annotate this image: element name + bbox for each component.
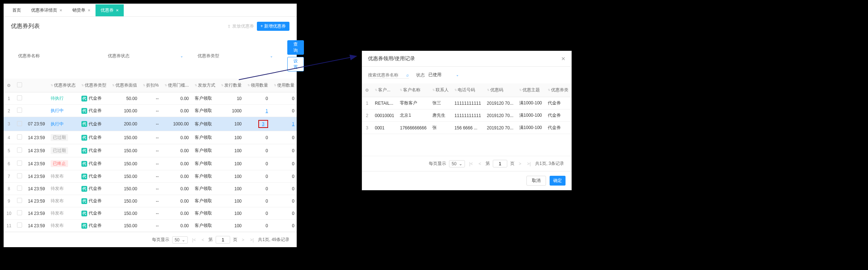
status-select[interactable]: ⌄ (132, 53, 183, 59)
close-icon[interactable]: ✕ (59, 8, 62, 12)
table-row[interactable]: 1 RETAIL... 零散客户 张三 11111111111 2019120 … (362, 97, 571, 109)
header-coupon-subject[interactable]: ⇅优惠主题 (516, 83, 545, 97)
voucher-icon: 代 (81, 186, 87, 192)
table-row[interactable]: 1 待执行 代代金券 50.00 -- 0.00 客户领取 10 0 0 ⇱ ⊞ (4, 92, 297, 105)
row-threshold: 0.00 (162, 105, 192, 117)
tab-sales-order[interactable]: 销货单 ✕ (67, 4, 96, 16)
row-checkbox[interactable] (14, 207, 25, 220)
table-row[interactable]: 11 14 23:59 待发布 代代金券 150.00 -- 0.00 客户领取… (4, 220, 297, 232)
row-checkbox[interactable] (14, 220, 25, 232)
table-row[interactable]: 5 14 23:59 已过期 代代金券 150.00 -- 0.00 客户领取 … (4, 144, 297, 157)
header-claim-qty[interactable]: ⇅领用数量 (245, 79, 271, 92)
header-phone[interactable]: ⇅电话号码 (452, 83, 484, 97)
row-discount: -- (140, 207, 162, 220)
header-face-value[interactable]: ⇅优惠券面值 (109, 79, 140, 92)
voucher-icon: 代 (81, 108, 87, 114)
first-page-button[interactable]: |< (468, 161, 474, 166)
header-use-qty[interactable]: ⇅使用数量 (271, 79, 297, 92)
header-discount[interactable]: ⇅折扣% (140, 79, 162, 92)
row-issue-qty: 100 (218, 220, 245, 232)
row-checkbox[interactable] (14, 131, 25, 144)
row-customer-code: RETAIL... (372, 97, 397, 109)
row-checkbox[interactable] (14, 170, 25, 183)
row-checkbox[interactable] (14, 105, 25, 117)
row-face-value: 200.00 (109, 117, 140, 131)
page-input[interactable] (493, 160, 507, 167)
table-row[interactable]: 10 14 23:59 待发布 代代金券 150.00 -- 0.00 客户领取… (4, 207, 297, 220)
tab-home[interactable]: 首页 (7, 4, 26, 16)
status-select[interactable]: 已使用 ⌄ (428, 71, 459, 79)
distribute-coupon-button[interactable]: ⇪ 发放优惠券 (227, 23, 254, 29)
sort-icon: ⇅ (165, 84, 167, 87)
table-row[interactable]: 8 14 23:59 待发布 代代金券 150.00 -- 0.00 客户领取 … (4, 183, 297, 195)
row-method: 客户领取 (192, 220, 218, 232)
confirm-button[interactable]: 确定 (550, 176, 566, 186)
search-input[interactable] (368, 72, 404, 78)
per-page-select[interactable]: 50 ⌄ (449, 160, 465, 167)
row-coupon-subject: 满1000-100 (516, 109, 545, 122)
tab-coupon[interactable]: 优惠券 ✕ (96, 4, 124, 16)
claim-qty-link[interactable]: 1 (266, 108, 268, 113)
header-contact[interactable]: ⇅联系人 (429, 83, 452, 97)
type-select[interactable]: ⌄ (222, 53, 273, 59)
settings-button[interactable]: 设置 (287, 57, 304, 71)
cancel-button[interactable]: 取消 (526, 176, 546, 186)
prev-page-button[interactable]: < (200, 237, 206, 242)
table-row[interactable]: 4 14 23:59 已过期 代代金券 150.00 -- 0.00 客户领取 … (4, 131, 297, 144)
header-gear[interactable]: ⚙ (4, 79, 14, 92)
header-method[interactable]: ⇅发放方式 (192, 79, 218, 92)
header-customer-name[interactable]: ⇅客户名称 (397, 83, 429, 97)
table-row[interactable]: 6 14 23:59 已终止 代代金券 150.00 -- 0.00 客户领取 … (4, 157, 297, 170)
header-coupon-code[interactable]: ⇅优惠码 (484, 83, 517, 97)
add-coupon-button[interactable]: + 新增优惠券 (257, 22, 289, 31)
search-button[interactable]: 查询 (287, 40, 304, 55)
search-icon[interactable]: ⌕ (406, 72, 409, 78)
checkbox-icon (17, 161, 22, 166)
row-checkbox[interactable] (14, 183, 25, 195)
row-status: 已过期 (48, 144, 79, 157)
header-type[interactable]: ⇅优惠券类型 (79, 79, 109, 92)
next-page-button[interactable]: > (517, 161, 523, 166)
row-checkbox[interactable] (14, 92, 25, 105)
table-row[interactable]: 9 14 23:59 待发布 代代金券 150.00 -- 0.00 客户领取 … (4, 195, 297, 207)
header-customer-code[interactable]: ⇅客户... (372, 83, 397, 97)
per-page-select[interactable]: 50 ⌄ (172, 236, 188, 244)
close-icon[interactable]: ✕ (561, 56, 566, 62)
claim-qty-link[interactable]: 3 (262, 121, 264, 126)
next-page-button[interactable]: > (240, 237, 246, 242)
prev-page-button[interactable]: < (477, 161, 483, 166)
sort-icon: ⇅ (51, 84, 53, 87)
row-phone: 11111111111 (452, 97, 484, 109)
coupon-name-input[interactable] (43, 52, 93, 60)
close-icon[interactable]: ✕ (116, 8, 119, 12)
table-row[interactable]: 3 0001 17666666666 张 156 6666 ... 201912… (362, 122, 571, 134)
row-issue-qty: 100 (218, 131, 245, 144)
last-page-button[interactable]: >| (526, 161, 532, 166)
row-checkbox[interactable] (14, 117, 25, 131)
table-row[interactable]: 7 14 23:59 待发布 代代金券 150.00 -- 0.00 客户领取 … (4, 170, 297, 183)
row-face-value: 100.00 (109, 105, 140, 117)
row-threshold: 0.00 (162, 92, 192, 105)
first-page-button[interactable]: |< (191, 237, 197, 242)
row-checkbox[interactable] (14, 144, 25, 157)
row-checkbox[interactable] (14, 195, 25, 207)
table-row[interactable]: 3 07 23:59 执行中 代代金券 200.00 -- 1000.00 客户… (4, 117, 297, 131)
last-page-button[interactable]: >| (249, 237, 255, 242)
tab-coupon-detail[interactable]: 优惠券详情页 ✕ (26, 4, 67, 16)
sort-icon: ⇅ (519, 88, 522, 92)
header-coupon-type[interactable]: ⇅优惠券类 (545, 83, 571, 97)
row-use-qty: 0 (271, 144, 297, 157)
header-gear[interactable]: ⚙ (362, 83, 372, 97)
checkbox-icon (17, 223, 22, 228)
header-issue-qty[interactable]: ⇅发行数量 (218, 79, 245, 92)
row-type: 代代金券 (79, 183, 109, 195)
row-checkbox[interactable] (14, 157, 25, 170)
header-threshold[interactable]: ⇅使用门槛... (162, 79, 192, 92)
table-row[interactable]: 2 执行中 代代金券 100.00 -- 0.00 客户领取 1000 1 0 … (4, 105, 297, 117)
page-input[interactable] (216, 236, 230, 244)
use-qty-link[interactable]: 1 (292, 121, 295, 126)
table-row[interactable]: 2 00010001 北京1 唐先生 11111111111 2019120 7… (362, 109, 571, 122)
header-checkbox[interactable] (14, 79, 25, 92)
close-icon[interactable]: ✕ (88, 8, 90, 12)
header-status[interactable]: ⇅优惠券状态 (48, 79, 79, 92)
